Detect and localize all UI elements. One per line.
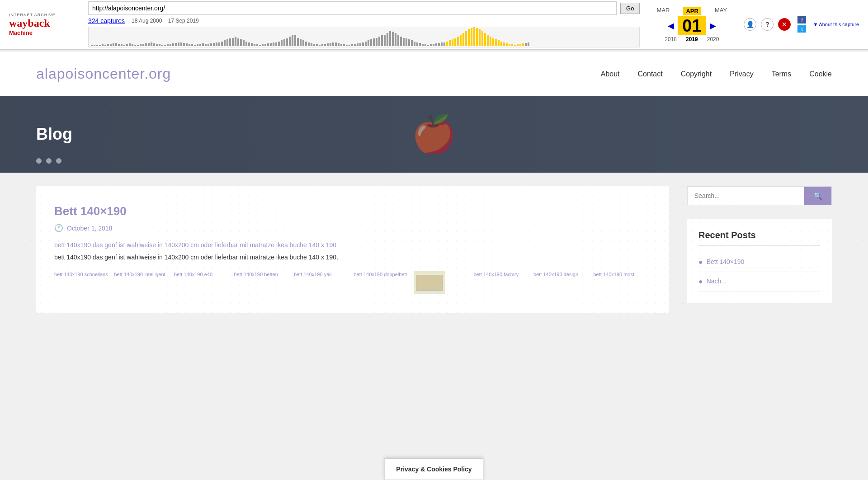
thumb-item-7[interactable]: bett 140x190 factory — [474, 271, 532, 295]
site-wrapper: alapoisoncenter.org About Contact Copyri… — [0, 52, 868, 335]
nav-terms[interactable]: Terms — [772, 70, 792, 78]
thumb-item-image[interactable] — [414, 271, 472, 295]
wayback-url-input[interactable] — [88, 1, 617, 15]
wayback-years: 2018 2019 2020 — [665, 36, 719, 42]
recent-posts-title: Recent Posts — [698, 230, 821, 246]
post-excerpt-link[interactable]: bett 140x190 das genf ist wahlweise in 1… — [54, 241, 651, 249]
recent-posts-section: Recent Posts ● Bett 140×190 ● Nach... — [687, 219, 832, 303]
recent-post-link-1[interactable]: Bett 140×190 — [707, 258, 745, 265]
user-icon-btn[interactable]: 👤 — [744, 18, 756, 31]
next-day-arrow[interactable]: ▶ — [710, 21, 716, 31]
apple-logo-icon: 🍎 — [411, 113, 457, 155]
wayback-date-nav: ◀ 01 ▶ — [668, 16, 716, 35]
clock-icon: 🕐 — [54, 224, 63, 232]
recent-post-item-1: ● Bett 140×190 — [698, 253, 821, 272]
social-share-area: f t — [797, 16, 806, 33]
sidebar: 🔍 Recent Posts ● Bett 140×190 ● Nach... — [687, 186, 832, 322]
blog-title: Blog — [36, 125, 72, 144]
wayback-logo-sub: Machine — [9, 29, 81, 36]
nav-cookie[interactable]: Cookie — [809, 70, 832, 78]
search-input[interactable] — [688, 187, 804, 205]
facebook-share-btn[interactable]: f — [797, 16, 806, 24]
post-excerpt-text: bett 140x190 das genf ist wahlweise in 1… — [54, 252, 651, 262]
search-box: 🔍 — [687, 186, 832, 205]
year-prev: 2018 — [665, 36, 677, 42]
wayback-logo-main: wayback — [9, 17, 50, 29]
wayback-timeline — [88, 27, 640, 47]
thumb-item-4[interactable]: bett 140x190 betten — [234, 271, 292, 295]
post-thumbnails: bett 140x190 schnellans bett 140x190 int… — [54, 271, 651, 295]
thumb-item-8[interactable]: bett 140x190 design — [533, 271, 591, 295]
thumb-item-1[interactable]: bett 140x190 schnellans — [54, 271, 112, 295]
help-icon-btn[interactable]: ? — [761, 18, 774, 31]
recent-post-bullet-icon: ● — [698, 278, 703, 286]
site-header: alapoisoncenter.org About Contact Copyri… — [0, 52, 868, 96]
nav-about[interactable]: About — [601, 70, 620, 78]
site-nav: About Contact Copyright Privacy Terms Co… — [601, 70, 832, 78]
year-next: 2020 — [707, 36, 719, 42]
year-current: 2019 — [686, 36, 698, 42]
nav-privacy[interactable]: Privacy — [730, 70, 753, 78]
close-icon-btn[interactable]: ✕ — [778, 18, 791, 31]
wayback-url-row: Go — [88, 1, 640, 15]
thumb-item-2[interactable]: bett 140x190 intelligent — [114, 271, 172, 295]
post-title[interactable]: Bett 140×190 — [54, 204, 651, 218]
blog-banner: 🍎 Blog — [0, 96, 868, 173]
wayback-bar: INTERNET ARCHIVE wayback Machine Go 324 … — [0, 0, 868, 50]
main-content: Bett 140×190 🕐 October 1, 2018 bett 140x… — [0, 173, 868, 335]
search-button[interactable]: 🔍 — [804, 187, 831, 205]
pagination-dot — [46, 158, 52, 164]
thumb-img — [414, 271, 445, 294]
pagination-dot — [56, 158, 61, 164]
thumb-item-6[interactable]: bett 140x190 doppelbett — [354, 271, 412, 295]
thumb-item-3[interactable]: bett 140x190 e40 — [174, 271, 232, 295]
wayback-months: MAR APR MAY — [657, 7, 727, 15]
month-next: MAY — [715, 7, 727, 15]
nav-copyright[interactable]: Copyright — [681, 70, 712, 78]
pagination-dot — [36, 158, 42, 164]
thumb-img-inner — [416, 275, 443, 291]
twitter-share-btn[interactable]: t — [797, 25, 806, 33]
post-card: Bett 140×190 🕐 October 1, 2018 bett 140x… — [36, 186, 669, 313]
post-meta: 🕐 October 1, 2018 — [54, 224, 651, 232]
search-icon: 🔍 — [813, 192, 822, 200]
wayback-nav: MAR APR MAY ◀ 01 ▶ 2018 2019 2020 — [646, 7, 737, 42]
recent-post-item-2: ● Nach... — [698, 272, 821, 292]
prev-day-arrow[interactable]: ◀ — [668, 21, 674, 31]
wayback-day: 01 — [678, 16, 706, 35]
month-current: APR — [683, 7, 701, 15]
wayback-logo-top: INTERNET ARCHIVE — [9, 13, 81, 17]
wayback-captures-link[interactable]: 324 captures — [88, 17, 125, 24]
thumb-item-5[interactable]: bett 140x190 yak — [294, 271, 352, 295]
month-prev: MAR — [657, 7, 670, 15]
wayback-go-button[interactable]: Go — [620, 3, 640, 14]
post-date: October 1, 2018 — [67, 225, 112, 232]
privacy-cookies-banner[interactable]: Privacy & Cookies Policy — [384, 458, 483, 480]
posts-area: Bett 140×190 🕐 October 1, 2018 bett 140x… — [36, 186, 669, 322]
wayback-center: Go 324 captures 18 Aug 2000 – 17 Sep 201… — [88, 1, 640, 47]
wayback-icons: 👤 ? ✕ — [744, 18, 791, 31]
about-capture-btn[interactable]: ▼ About this capture — [813, 22, 859, 27]
thumb-item-9[interactable]: bett 140x190 most — [594, 271, 651, 295]
blog-pagination — [36, 158, 61, 164]
nav-contact[interactable]: Contact — [638, 70, 663, 78]
wayback-date-range: 18 Aug 2000 – 17 Sep 2019 — [132, 18, 199, 24]
site-logo[interactable]: alapoisoncenter.org — [36, 66, 171, 82]
wayback-logo: INTERNET ARCHIVE wayback Machine — [9, 13, 81, 36]
recent-post-bullet-icon: ● — [698, 258, 703, 266]
recent-post-link-2[interactable]: Nach... — [707, 278, 726, 285]
